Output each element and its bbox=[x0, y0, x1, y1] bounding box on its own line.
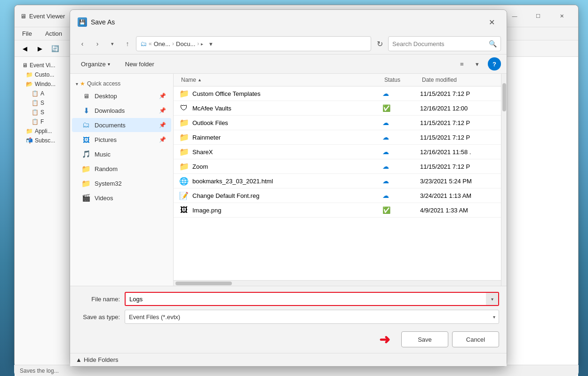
quick-access-label: Quick access bbox=[87, 80, 120, 87]
file-row[interactable]: 📁 Outlook Files ☁ 11/15/2021 7:12 P bbox=[174, 116, 501, 130]
help-button[interactable]: ? bbox=[488, 57, 501, 70]
nav-back-button[interactable]: ‹ bbox=[76, 37, 89, 50]
address-bar[interactable]: 🗂 « One... › Docu... › ▸ ▾ bbox=[136, 36, 371, 51]
nav-label-desktop: Desktop bbox=[95, 93, 117, 100]
cloud-icon4: ☁ bbox=[382, 148, 389, 156]
file-toolbar: Organize ▾ New folder ≡ ▾ ? bbox=[70, 55, 507, 74]
ev-close-button[interactable]: ✕ bbox=[551, 9, 572, 23]
ev-folder-icon3: 📁 bbox=[26, 128, 33, 134]
search-icon[interactable]: 🔍 bbox=[489, 40, 497, 47]
quick-access-header[interactable]: ▾ ★ Quick access bbox=[70, 78, 173, 88]
nav-label-system32: System32 bbox=[95, 180, 122, 187]
dialog-close-button[interactable]: ✕ bbox=[484, 15, 499, 30]
file-row[interactable]: 📁 Rainmeter ☁ 11/15/2021 7:12 P bbox=[174, 130, 501, 145]
hide-folders-button[interactable]: ▲ Hide Folders bbox=[76, 356, 119, 363]
file-row[interactable]: 📁 ShareX ☁ 12/16/2021 11:58 . bbox=[174, 145, 501, 159]
nav-refresh-button[interactable]: ↻ bbox=[373, 37, 386, 50]
status-text: Saves the log... bbox=[20, 368, 59, 374]
arrow-indicator: ➜ bbox=[78, 332, 397, 347]
file-name: Outlook Files bbox=[192, 119, 228, 126]
file-name-cell: 🌐 bookmarks_23_03_2021.html bbox=[179, 176, 382, 186]
new-folder-button[interactable]: New folder bbox=[119, 58, 160, 70]
filename-dropdown-button[interactable]: ▾ bbox=[486, 293, 498, 305]
file-status: ☁ bbox=[382, 133, 420, 141]
pin-documents-icon: 📌 bbox=[159, 122, 166, 128]
vertical-scrollbar[interactable] bbox=[501, 74, 507, 286]
v-scrollbar-thumb bbox=[502, 83, 506, 111]
filename-input[interactable] bbox=[125, 292, 499, 306]
nav-bar: ‹ › ▾ ↑ 🗂 « One... › Docu... › ▸ ▾ ↻ 🔍 bbox=[70, 33, 507, 55]
ev-icon: 🖥 bbox=[20, 13, 26, 20]
search-bar[interactable]: 🔍 bbox=[388, 36, 501, 51]
search-input[interactable] bbox=[392, 40, 486, 47]
file-list-header: Name ▲ Status Date modified bbox=[174, 74, 501, 86]
folder-file-icon2: 📁 bbox=[179, 118, 189, 127]
file-row[interactable]: 📁 Custom Office Templates ☁ 11/15/2021 7… bbox=[174, 86, 501, 101]
cloud-icon6: ☁ bbox=[382, 177, 389, 185]
file-row[interactable]: 🖼 Image.png ✅ 4/9/2021 1:33 AM bbox=[174, 203, 501, 218]
ev-menu-action[interactable]: Action bbox=[41, 28, 66, 39]
file-name-cell: 📁 Custom Office Templates bbox=[179, 89, 382, 98]
savetype-select-wrapper: Event Files (*.evtx) ▾ bbox=[125, 310, 499, 324]
file-status: ☁ bbox=[382, 192, 420, 199]
ev-window-controls: — ☐ ✕ bbox=[504, 9, 572, 23]
view-list-button[interactable]: ≡ bbox=[455, 57, 469, 70]
cancel-button[interactable]: Cancel bbox=[452, 331, 499, 347]
file-date: 11/15/2021 7:12 P bbox=[420, 119, 495, 126]
nav-item-downloads[interactable]: ⬇ Downloads 📌 bbox=[72, 103, 171, 118]
nav-label-documents: Documents bbox=[95, 122, 126, 129]
nav-up-button[interactable]: ↑ bbox=[121, 37, 134, 50]
h-scrollbar-thumb bbox=[175, 282, 232, 285]
view-dropdown-button[interactable]: ▾ bbox=[470, 57, 484, 70]
ev-title-text: Event Viewer bbox=[29, 13, 65, 20]
ev-refresh-button[interactable]: 🔄 bbox=[48, 42, 62, 55]
col-status-label: Status bbox=[384, 77, 400, 83]
pictures-icon: 🖼 bbox=[81, 135, 91, 144]
file-name-cell: 📁 Rainmeter bbox=[179, 133, 382, 142]
filename-label: File name: bbox=[78, 296, 120, 303]
nav-forward-button[interactable]: › bbox=[91, 37, 104, 50]
ev-back-button[interactable]: ◀ bbox=[18, 42, 32, 55]
nav-item-pictures[interactable]: 🖼 Pictures 📌 bbox=[72, 133, 171, 147]
red-arrow-icon: ➜ bbox=[379, 332, 390, 347]
file-list-area: Name ▲ Status Date modified 📁 bbox=[174, 74, 501, 286]
file-name: Rainmeter bbox=[192, 134, 221, 141]
file-row[interactable]: 🌐 bookmarks_23_03_2021.html ☁ 3/23/2021 … bbox=[174, 174, 501, 188]
ev-forward-button[interactable]: ▶ bbox=[33, 42, 47, 55]
address-dropdown-button[interactable]: ▾ bbox=[205, 37, 216, 50]
nav-panel: ▾ ★ Quick access 🖥 Desktop 📌 ⬇ Downloads… bbox=[70, 74, 174, 286]
reg-file-icon: 📝 bbox=[179, 191, 189, 200]
dialog-title: 💾 Save As bbox=[78, 17, 115, 27]
nav-item-desktop[interactable]: 🖥 Desktop 📌 bbox=[72, 89, 171, 103]
col-header-status[interactable]: Status bbox=[382, 76, 420, 84]
save-button[interactable]: Save bbox=[401, 331, 448, 347]
nav-item-videos[interactable]: 🎬 Videos bbox=[72, 191, 171, 205]
col-header-date[interactable]: Date modified bbox=[420, 76, 495, 84]
nav-item-documents[interactable]: 🗂 Documents 📌 bbox=[72, 118, 171, 132]
file-name: McAfee Vaults bbox=[192, 105, 231, 112]
ev-maximize-button[interactable]: ☐ bbox=[527, 9, 549, 23]
nav-item-random[interactable]: 📁 Random bbox=[72, 162, 171, 176]
savetype-select[interactable]: Event Files (*.evtx) bbox=[125, 310, 499, 324]
nav-item-system32[interactable]: 📁 System32 bbox=[72, 176, 171, 190]
nav-recent-button[interactable]: ▾ bbox=[106, 37, 119, 50]
file-date: 12/16/2021 12:00 bbox=[420, 105, 495, 112]
horizontal-scrollbar[interactable] bbox=[174, 280, 501, 286]
ev-menu-file[interactable]: File bbox=[18, 28, 36, 39]
filename-row: File name: ▾ bbox=[78, 292, 499, 306]
file-row[interactable]: 🛡 McAfee Vaults ✅ 12/16/2021 12:00 bbox=[174, 101, 501, 116]
savetype-row: Save as type: Event Files (*.evtx) ▾ bbox=[78, 310, 499, 324]
col-header-name[interactable]: Name ▲ bbox=[179, 76, 382, 84]
file-row[interactable]: 📁 Zoom ☁ 11/15/2021 7:12 P bbox=[174, 159, 501, 174]
nav-label-videos: Videos bbox=[95, 195, 113, 202]
file-name-cell: 📁 Zoom bbox=[179, 162, 382, 171]
nav-label-music: Music bbox=[95, 151, 111, 158]
ev-log-icon4: 📋 bbox=[32, 118, 39, 125]
file-status: ☁ bbox=[382, 119, 420, 126]
desktop-icon: 🖥 bbox=[81, 91, 91, 101]
file-date: 11/15/2021 7:12 P bbox=[420, 163, 495, 170]
nav-item-music[interactable]: 🎵 Music bbox=[72, 147, 171, 161]
file-name-cell: 📁 ShareX bbox=[179, 147, 382, 157]
organize-button[interactable]: Organize ▾ bbox=[76, 58, 115, 70]
file-row[interactable]: 📝 Change Default Font.reg ☁ 3/24/2021 1:… bbox=[174, 188, 501, 203]
